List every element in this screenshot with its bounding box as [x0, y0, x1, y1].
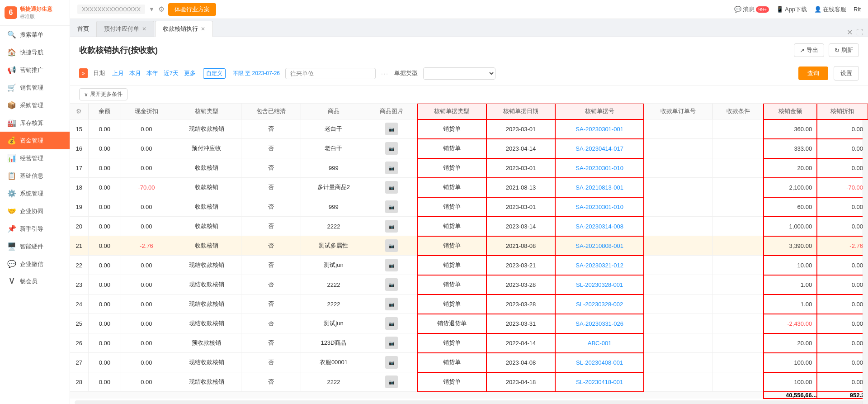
custom-date-btn[interactable]: 自定义	[203, 68, 226, 79]
sidebar-item-sales[interactable]: 🛒 销售管理	[0, 79, 70, 96]
cell-no: 23	[70, 275, 88, 295]
vip-icon: V	[7, 277, 16, 285]
date-btn-7days[interactable]: 近7天	[162, 68, 180, 78]
cell-payment-condition	[713, 197, 764, 217]
settings-icon[interactable]: ⚙	[158, 5, 165, 14]
sidebar-item-guide[interactable]: 📌 新手引导	[0, 220, 70, 238]
dropdown-icon[interactable]: ▼	[149, 6, 155, 13]
top-bar: XXXXXXXXXXXXXXX ▼ ⚙ 体验行业方案 💬 消息 99+ 📱 Ap…	[70, 0, 868, 19]
export-btn[interactable]: ↗ 导出	[794, 43, 824, 57]
guide-icon: 📌	[7, 224, 16, 233]
table-row: 18 0.00 -70.00 收款核销 否 多计量商品2 📷 销货单 2021-…	[70, 178, 868, 197]
cell-verify-discount: 0.00	[817, 217, 868, 236]
sidebar-item-system[interactable]: ⚙️ 系统管理	[0, 185, 70, 202]
cell-balance: 0.00	[88, 353, 121, 372]
search-icon: 🔍	[7, 30, 16, 39]
cell-order-no	[644, 314, 713, 333]
company-name: XXXXXXXXXXXXXXX	[77, 5, 145, 14]
cell-verify-amount: 10.00	[764, 256, 816, 275]
sidebar-item-basic[interactable]: 📋 基础信息	[0, 167, 70, 185]
cell-cash-discount: 0.00	[121, 139, 172, 158]
solution-btn[interactable]: 体验行业方案	[168, 3, 216, 16]
cell-payment-condition	[713, 236, 764, 256]
cell-balance: 0.00	[88, 295, 121, 314]
cell-product: 测试jun	[301, 256, 366, 275]
col-doc-date: 核销单据日期	[486, 104, 556, 119]
cell-no: 15	[70, 119, 88, 139]
expand-more-bar: ∨ 展开更多条件	[70, 86, 868, 104]
cell-cash-discount: 0.00	[121, 333, 172, 353]
online-service[interactable]: 👤 在线客服	[814, 5, 846, 14]
cell-verify-amount: 20.00	[764, 158, 816, 178]
date-btn-last-month[interactable]: 上月	[110, 68, 126, 78]
cell-doc-date: 2022-04-14	[486, 333, 556, 353]
app-download[interactable]: 📱 App下载	[776, 5, 807, 14]
sidebar-item-operation[interactable]: 📊 经营管理	[0, 149, 70, 167]
column-settings-icon[interactable]: ⚙	[76, 108, 82, 115]
page-title: 收款核销执行(按收款)	[79, 45, 158, 56]
logo-text: 畅捷通好生意 标准版	[20, 5, 52, 20]
cell-verify-discount: 0.00	[817, 295, 868, 314]
cell-verify-amount: 1.00	[764, 295, 816, 314]
expand-icon[interactable]: ⛶	[856, 29, 863, 37]
tab-home[interactable]: 首页	[70, 21, 96, 37]
date-btn-this-month[interactable]: 本月	[127, 68, 143, 78]
tab-receipt[interactable]: 收款核销执行 ✕	[155, 21, 213, 37]
date-btn-more[interactable]: 更多	[182, 68, 198, 78]
sidebar-item-finance[interactable]: 💰 资金管理	[0, 132, 70, 149]
sidebar-item-wechat[interactable]: 💬 企业微信	[0, 255, 70, 273]
cell-doc-type: 销货单	[417, 372, 486, 392]
table-row: 25 0.00 0.00 现结收款核销 否 测试jun 📷 销货退货单 2023…	[70, 314, 868, 333]
cell-doc-no: ABC-001	[555, 333, 643, 353]
cell-included: 否	[241, 197, 301, 217]
topbar-right: 💬 消息 99+ 📱 App下载 👤 在线客服 Rit	[734, 5, 861, 14]
single-type-select[interactable]	[423, 67, 495, 80]
partner-input[interactable]	[285, 68, 376, 79]
tab-prepay-close[interactable]: ✕	[142, 26, 146, 32]
cell-included: 否	[241, 314, 301, 333]
cell-order-no	[644, 275, 713, 295]
cell-verify-amount: 333.00	[764, 139, 816, 158]
date-btn-this-year[interactable]: 本年	[145, 68, 160, 78]
sidebar-item-hardware[interactable]: 🖥️ 智能硬件	[0, 238, 70, 255]
cell-order-no	[644, 333, 713, 353]
cell-verify-discount: 0.00	[817, 372, 868, 392]
cell-verify-amount: 2,100.00	[764, 178, 816, 197]
cell-doc-no: SA-20230414-017	[555, 139, 643, 158]
sidebar-item-inventory[interactable]: 🏭 库存核算	[0, 114, 70, 132]
cell-doc-no: SA-20210813-001	[555, 178, 643, 197]
vertical-scrollbar[interactable]	[863, 104, 868, 404]
sidebar-item-shortcut[interactable]: 🏠 快捷导航	[0, 43, 70, 61]
refresh-icon: ↻	[835, 47, 840, 54]
footer-verify-amount: 40,556,66...	[764, 392, 816, 399]
cell-doc-date: 2021-08-13	[486, 178, 556, 197]
refresh-btn[interactable]: ↻ 刷新	[829, 43, 859, 57]
cell-product: 999	[301, 197, 366, 217]
cell-cash-discount: -70.00	[121, 178, 172, 197]
cell-included: 否	[241, 236, 301, 256]
cell-included: 否	[241, 353, 301, 372]
cell-balance: 0.00	[88, 119, 121, 139]
cell-order-no	[644, 217, 713, 236]
sidebar-item-vip[interactable]: V 畅会员	[0, 273, 70, 290]
cell-order-no	[644, 158, 713, 178]
query-btn[interactable]: 查询	[798, 67, 828, 80]
cell-order-no	[644, 295, 713, 314]
sidebar-item-search[interactable]: 🔍 搜索菜单	[0, 26, 70, 43]
expand-more-btn[interactable]: ∨ 展开更多条件	[79, 88, 127, 100]
tab-receipt-close[interactable]: ✕	[201, 26, 205, 32]
close-window-icon[interactable]: ✕	[847, 28, 853, 37]
horizontal-scrollbar[interactable]	[75, 400, 863, 404]
cell-doc-date: 2023-03-14	[486, 217, 556, 236]
data-table: ⚙ 余额 现金折扣 核销类型 包含已结清 商品 商品图片 核销单据类型 核销单据…	[70, 104, 868, 399]
basic-icon: 📋	[7, 171, 16, 180]
sidebar-item-enterprise[interactable]: 🤝 企业协同	[0, 202, 70, 220]
sidebar-item-marketing[interactable]: 📢 营销推广	[0, 61, 70, 79]
setting-btn[interactable]: 设置	[834, 66, 859, 81]
tab-prepay[interactable]: 预付冲应付单 ✕	[96, 21, 154, 37]
cell-verify-discount: -70.00	[817, 178, 868, 197]
user-name[interactable]: Rit	[854, 6, 861, 13]
filter-expand-btn[interactable]: »	[79, 68, 88, 78]
message-area[interactable]: 💬 消息 99+	[734, 5, 769, 14]
sidebar-item-purchase[interactable]: 📦 采购管理	[0, 96, 70, 114]
